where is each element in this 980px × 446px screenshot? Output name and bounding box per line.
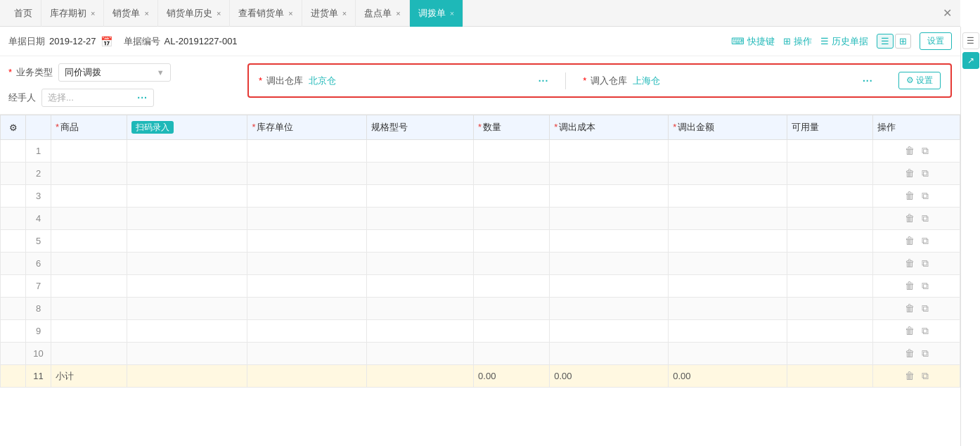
delete-icon[interactable]: 🗑: [905, 280, 915, 291]
product-cell[interactable]: [51, 275, 127, 298]
quantity-cell[interactable]: [474, 163, 550, 185]
product-cell[interactable]: [51, 230, 127, 253]
actions-cell: 🗑 ⧉: [873, 230, 960, 253]
tab-purchase-order[interactable]: 进货单×: [302, 0, 356, 27]
quantity-cell[interactable]: [474, 298, 550, 320]
tab-close-sales-order[interactable]: ×: [144, 9, 148, 18]
tab-transfer[interactable]: 调拨单×: [410, 0, 463, 27]
tab-label: 盘点单: [364, 7, 392, 20]
quantity-cell[interactable]: [474, 320, 550, 343]
barcode-cell: [127, 140, 247, 163]
transfer-cost-cell: [550, 275, 669, 298]
grid-view-button[interactable]: ⊞: [895, 34, 911, 49]
gear-cell: [1, 275, 26, 298]
copy-icon[interactable]: ⧉: [922, 302, 929, 314]
delete-icon[interactable]: 🗑: [905, 145, 915, 156]
delete-icon[interactable]: 🗑: [905, 348, 915, 359]
copy-icon[interactable]: ⧉: [922, 348, 929, 359]
tab-sales-history[interactable]: 销货单历史×: [158, 0, 230, 27]
product-cell[interactable]: [51, 185, 127, 208]
quantity-cell[interactable]: [474, 275, 550, 298]
tab-inventory-init[interactable]: 库存期初×: [41, 0, 104, 27]
list-view-button[interactable]: ☰: [877, 34, 894, 49]
tab-close-sales-history[interactable]: ×: [217, 9, 221, 18]
gear-cell: [1, 343, 26, 365]
sidebar-list-button[interactable]: ☰: [962, 32, 979, 49]
product-cell[interactable]: [51, 320, 127, 343]
business-type-select[interactable]: 同价调拨 ▼: [58, 63, 171, 82]
warehouse-out-more-icon[interactable]: ···: [539, 75, 549, 87]
delete-icon[interactable]: 🗑: [905, 190, 915, 201]
product-cell[interactable]: [51, 163, 127, 185]
settings-gear-button[interactable]: ⚙ 设置: [898, 72, 941, 89]
tab-close-inventory-init[interactable]: ×: [91, 9, 95, 18]
shortcuts-button[interactable]: ⌨ 快捷键: [731, 35, 775, 48]
delete-icon[interactable]: 🗑: [905, 302, 915, 314]
delete-icon[interactable]: 🗑: [905, 167, 915, 179]
copy-icon[interactable]: ⧉: [922, 257, 929, 269]
quantity-cell[interactable]: [474, 343, 550, 365]
calendar-icon[interactable]: 📅: [101, 36, 112, 47]
copy-icon[interactable]: ⧉: [922, 325, 929, 336]
copy-icon[interactable]: ⧉: [922, 190, 929, 201]
tab-inventory-check[interactable]: 盘点单×: [356, 0, 409, 27]
tab-close-view-sales[interactable]: ×: [288, 9, 292, 18]
quantity-cell[interactable]: [474, 208, 550, 230]
toolbar: 单据日期 2019-12-27 📅 单据编号 AL-20191227-001 ⌨…: [0, 27, 960, 56]
copy-icon[interactable]: ⧉: [922, 145, 929, 156]
operations-icon: ⊞: [783, 36, 791, 46]
tab-home[interactable]: 首页: [6, 0, 41, 27]
delete-icon[interactable]: 🗑: [905, 325, 915, 336]
business-type-label: * 业务类型: [8, 66, 53, 79]
delete-icon[interactable]: 🗑: [905, 212, 915, 224]
operator-select[interactable]: 选择... ···: [41, 89, 154, 107]
copy-icon[interactable]: ⧉: [922, 167, 929, 179]
transfer-amount-cell: [669, 298, 787, 320]
warehouse-in-more-icon[interactable]: ···: [863, 75, 873, 87]
copy-icon[interactable]: ⧉: [922, 235, 929, 246]
operations-label: 操作: [794, 35, 812, 48]
tab-close-inventory-check[interactable]: ×: [396, 9, 400, 18]
quantity-cell[interactable]: [474, 185, 550, 208]
warehouse-out-field: * 调出仓库 北京仓 ···: [259, 75, 548, 87]
tab-close-transfer[interactable]: ×: [450, 9, 454, 18]
barcode-button[interactable]: 扫码录入: [131, 121, 174, 134]
available-cell: [787, 140, 873, 163]
quantity-cell[interactable]: [474, 230, 550, 253]
copy-icon[interactable]: ⧉: [922, 212, 929, 224]
product-cell[interactable]: [51, 343, 127, 365]
subtotal-amount-cell: 0.00: [669, 365, 787, 388]
gear-settings-button[interactable]: ⚙ 设置: [898, 72, 941, 89]
table-row: 6 🗑 ⧉: [1, 253, 960, 275]
subtotal-gear-cell: [1, 365, 26, 388]
product-cell[interactable]: [51, 208, 127, 230]
product-cell[interactable]: [51, 298, 127, 320]
tab-sales-order[interactable]: 销货单×: [104, 0, 157, 27]
spec-cell: [366, 320, 474, 343]
subtotal-barcode-cell: [127, 365, 247, 388]
settings-button[interactable]: 设置: [920, 32, 952, 50]
product-cell[interactable]: [51, 253, 127, 275]
operations-button[interactable]: ⊞ 操作: [783, 35, 812, 48]
tab-close-purchase-order[interactable]: ×: [342, 9, 347, 18]
quantity-cell[interactable]: [474, 253, 550, 275]
warehouse-out-label: * 调出仓库: [259, 75, 303, 87]
delete-icon[interactable]: 🗑: [905, 235, 915, 246]
toolbar-right-actions: ⌨ 快捷键 ⊞ 操作 ☰ 历史单据 ☰ ⊞ 设置: [731, 32, 952, 50]
th-available: 可用量: [787, 115, 873, 140]
sidebar-export-button[interactable]: ↗: [962, 52, 979, 69]
delete-icon[interactable]: 🗑: [905, 257, 915, 269]
more-icon[interactable]: ···: [137, 92, 148, 103]
window-close-button[interactable]: ✕: [940, 4, 955, 23]
tab-view-sales[interactable]: 查看销货单×: [230, 0, 302, 27]
product-cell[interactable]: [51, 140, 127, 163]
transfer-amount-cell: [669, 343, 787, 365]
history-button[interactable]: ☰ 历史单据: [820, 35, 868, 48]
subtotal-available-cell: [787, 365, 873, 388]
th-gear[interactable]: ⚙: [1, 115, 26, 140]
copy-icon[interactable]: ⧉: [922, 370, 929, 381]
delete-icon[interactable]: 🗑: [905, 370, 915, 381]
gear-cell: [1, 298, 26, 320]
copy-icon[interactable]: ⧉: [922, 280, 929, 291]
quantity-cell[interactable]: [474, 140, 550, 163]
